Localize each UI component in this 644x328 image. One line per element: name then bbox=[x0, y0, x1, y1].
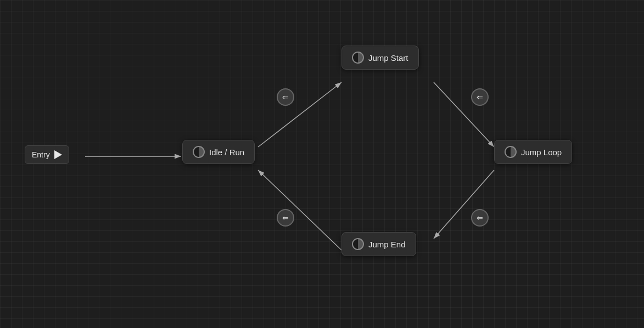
jump-loop-label: Jump Loop bbox=[521, 148, 562, 157]
transition-icon-jumpend-to-idle[interactable]: ⇐ bbox=[277, 209, 294, 227]
jump-start-icon bbox=[352, 52, 364, 64]
jump-start-label: Jump Start bbox=[368, 53, 408, 63]
jump-loop-icon bbox=[505, 146, 517, 158]
svg-line-5 bbox=[258, 170, 341, 250]
idle-run-label: Idle / Run bbox=[209, 148, 244, 157]
entry-label: Entry bbox=[32, 150, 50, 159]
jump-loop-node[interactable]: Jump Loop bbox=[494, 140, 572, 164]
svg-line-2 bbox=[258, 82, 341, 147]
jump-end-icon bbox=[352, 238, 364, 250]
idle-run-icon bbox=[193, 146, 205, 158]
jump-start-node[interactable]: Jump Start bbox=[341, 46, 419, 70]
svg-line-4 bbox=[434, 170, 494, 239]
jump-end-label: Jump End bbox=[368, 240, 406, 249]
entry-node[interactable]: Entry bbox=[25, 145, 69, 164]
entry-arrow-icon bbox=[54, 150, 62, 159]
jump-end-node[interactable]: Jump End bbox=[341, 232, 416, 256]
transition-icon-jumploop-to-jumpend[interactable]: ⇐ bbox=[471, 209, 489, 227]
idle-run-node[interactable]: Idle / Run bbox=[182, 140, 255, 164]
transition-icon-idle-to-jumpstart[interactable]: ⇐ bbox=[277, 88, 294, 106]
transition-icon-jumpstart-to-jumploop[interactable]: ⇐ bbox=[471, 88, 489, 106]
state-machine-canvas[interactable]: Entry Idle / Run Jump Start Jump Loop Ju… bbox=[0, 0, 644, 328]
